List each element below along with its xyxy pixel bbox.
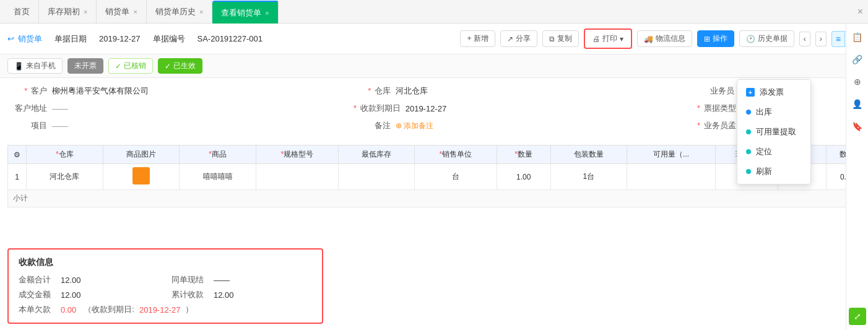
tab-inventory-init[interactable]: 库存期初 × — [39, 0, 97, 23]
owed-value: 0.00 — [61, 305, 76, 315]
revoked-label: 已核销 — [124, 61, 146, 71]
col-product: *商品 — [180, 145, 256, 164]
sidebar-icon-clipboard[interactable]: 📋 — [849, 28, 866, 46]
not-opened-label: 未开票 — [74, 61, 97, 71]
check2-icon: ✓ — [165, 62, 171, 71]
tab-sales-order-close[interactable]: × — [133, 8, 137, 15]
cell-spec — [256, 164, 338, 190]
product-image — [132, 167, 150, 185]
col-warehouse: *仓库 — [27, 145, 103, 164]
check-icon: ✓ — [115, 62, 121, 71]
data-table: ⚙ *仓库 商品图片 *商品 *规格型号 最低库存 *销售单位 *数量 包装数量… — [7, 145, 861, 207]
add-note-label: 添加备注 — [404, 121, 433, 131]
received-label: 累计收款 — [171, 289, 209, 300]
nav-prev-button[interactable]: ‹ — [799, 32, 810, 46]
ticket-type-label: * 票据类型 — [697, 103, 736, 114]
sidebar-icon-link[interactable]: 🔗 — [849, 51, 866, 68]
form-row-2: 客户地址 —— * 收款到期日 2019-12-27 * 票据类型 不开票 — [10, 103, 858, 114]
tab-sales-history-close[interactable]: × — [199, 8, 203, 15]
form-row-1: * 客户 柳州粤港平安气体有限公司 * 仓库 河北仓库 业务员 演示账号 — [10, 85, 858, 97]
customer-value: 柳州粤港平安气体有限公司 — [52, 85, 149, 97]
col-settings[interactable]: ⚙ — [8, 145, 27, 164]
dropdown-available[interactable]: 可用量提取 — [737, 122, 810, 142]
summary-title: 收款信息 — [19, 257, 312, 268]
total-label: 金额合计 — [19, 274, 56, 285]
summary-row-deal: 成交金额 12.00 — [19, 289, 159, 300]
sidebar-icon-bookmark[interactable]: 🔖 — [849, 118, 866, 135]
close-all-button[interactable]: × — [857, 6, 863, 17]
cell-pack-qty: 1台 — [550, 164, 627, 190]
doc-title: ↩ 销货单 — [7, 33, 42, 45]
col-pack-qty: 包装数量 — [550, 145, 627, 164]
print-label: 打印 — [602, 33, 617, 44]
new-button[interactable]: + 新增 — [460, 30, 495, 47]
summary-row-settle: 同单现结 —— — [171, 274, 312, 285]
payment-date-label: * 收款到期日 — [354, 103, 401, 114]
nav-next-button[interactable]: › — [815, 32, 827, 46]
customer-field: * 客户 柳州粤港平安气体有限公司 — [10, 85, 354, 97]
share-button[interactable]: ↗ 分享 — [500, 30, 537, 47]
history-button[interactable]: 🕐 历史单据 — [739, 30, 794, 47]
tab-inventory-close[interactable]: × — [84, 8, 87, 15]
dropdown-add-invoice[interactable]: + 添发票 — [737, 82, 810, 102]
doc-number-value: SA-20191227-001 — [197, 34, 263, 43]
tab-sales-order[interactable]: 销货单 × — [97, 0, 146, 23]
sidebar-icon-user[interactable]: 👤 — [849, 95, 866, 113]
col-spec: *规格型号 — [256, 145, 338, 164]
note-field: 备注 ⊕ 添加备注 — [354, 120, 697, 131]
table-row: 1 河北仓库 嘻嘻嘻嘻 台 1.00 1台 12.00 0. — [8, 164, 861, 190]
from-mobile-button[interactable]: 📱 来自手机 — [7, 58, 63, 74]
available-label: 可用量提取 — [756, 126, 796, 137]
tab-home-label: 首页 — [14, 6, 30, 17]
logistics-icon: 🚚 — [644, 35, 653, 43]
col-min-stock: 最低库存 — [338, 145, 415, 164]
add-note-button[interactable]: ⊕ 添加备注 — [396, 121, 433, 131]
logistics-button[interactable]: 🚚 物流信息 — [637, 30, 692, 47]
col-qty: *数量 — [497, 145, 550, 164]
refresh-icon — [746, 169, 751, 174]
copy-button[interactable]: ⧉ 复制 — [542, 30, 579, 47]
print-button[interactable]: 🖨 打印 ▾ — [586, 31, 630, 46]
outbound-icon — [746, 110, 751, 115]
project-value: —— — [52, 121, 68, 131]
print-dropdown-arrow[interactable]: ▾ — [620, 35, 623, 43]
tab-sales-history[interactable]: 销货单历史 × — [147, 0, 212, 23]
effective-button[interactable]: ✓ 已生效 — [158, 58, 202, 74]
outbound-label: 出库 — [756, 106, 772, 118]
deal-value: 12.00 — [61, 290, 81, 300]
doc-date-value: 2019-12-27 — [99, 34, 141, 43]
tab-view-sales[interactable]: 查看销货单 × — [212, 1, 278, 24]
dropdown-refresh[interactable]: 刷新 — [737, 162, 810, 181]
add-invoice-label: 添发票 — [760, 87, 784, 98]
tab-sales-history-label: 销货单历史 — [155, 6, 196, 17]
cell-qty: 1.00 — [497, 164, 550, 190]
not-opened-button[interactable]: 未开票 — [67, 58, 103, 74]
history-icon: 🕐 — [746, 35, 755, 43]
doc-number-label: 单据编号 — [153, 33, 185, 45]
doc-date-label: 单据日期 — [54, 33, 87, 45]
cell-unit: 台 — [415, 164, 497, 190]
cell-available — [627, 164, 716, 190]
address-value: —— — [52, 104, 68, 113]
operations-icon: ⊞ — [704, 35, 710, 43]
owed-date: 2019-12-27 — [139, 305, 181, 315]
warehouse-label: * 仓库 — [354, 85, 391, 97]
employee-label: 业务员 — [697, 85, 734, 97]
operations-button[interactable]: ⊞ 操作 — [697, 30, 734, 47]
sidebar-icon-expand[interactable]: ⤢ — [849, 308, 866, 325]
dropdown-outbound[interactable]: 出库 — [737, 102, 810, 122]
col-unit: *销售单位 — [415, 145, 497, 164]
tab-home[interactable]: 首页 — [5, 0, 39, 23]
mobile-icon: 📱 — [14, 62, 24, 71]
dropdown-locate[interactable]: 定位 — [737, 142, 810, 162]
tab-bar: 首页 库存期初 × 销货单 × 销货单历史 × 查看销货单 × × — [0, 0, 868, 24]
revoked-button[interactable]: ✓ 已核销 — [108, 58, 153, 74]
cell-warehouse: 河北仓库 — [27, 164, 103, 190]
view-list-button[interactable]: ≡ — [831, 31, 845, 47]
salesperson-label: * 业务员孟 — [697, 120, 736, 131]
sidebar-icon-add[interactable]: ⊕ — [849, 73, 866, 90]
doc-actions: + 新增 ↗ 分享 ⧉ 复制 🖨 打印 ▾ 🚚 物流信息 ⊞ — [460, 28, 861, 49]
tab-view-sales-close[interactable]: × — [265, 9, 269, 17]
form-row-3: 项目 —— 备注 ⊕ 添加备注 * 业务员孟 —— — [10, 120, 858, 131]
share-icon: ↗ — [507, 35, 513, 43]
